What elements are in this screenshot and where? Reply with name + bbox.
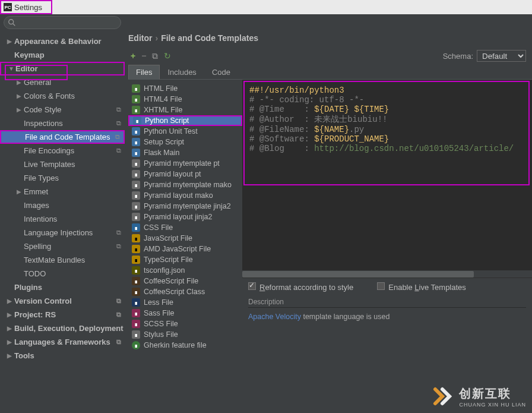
tree-item-label: Editor [15, 64, 38, 73]
refresh-button[interactable]: ↻ [164, 51, 171, 61]
template-item-xhtml-file[interactable]: ∎XHTML File [128, 105, 242, 115]
copy-template-button[interactable]: ⧉ [152, 51, 158, 61]
file-type-icon: ∎ [132, 202, 140, 210]
template-item-pyramid-layout-jinja2[interactable]: ∎Pyramid layout jinja2 [128, 212, 242, 222]
tab-includes[interactable]: Includes [160, 65, 204, 79]
expand-arrow-icon: ▶ [7, 38, 14, 45]
tree-item-label: Languages & Frameworks [14, 338, 110, 346]
expand-arrow-icon: ▶ [7, 352, 14, 359]
tree-item-label: Code Style [24, 105, 62, 114]
tab-code[interactable]: Code [204, 65, 238, 79]
file-type-icon: ∎ [132, 298, 140, 307]
template-item-stylus-file[interactable]: ∎Stylus File [128, 329, 242, 340]
template-item-sass-file[interactable]: ∎Sass File [128, 308, 242, 319]
template-code-editor[interactable]: ##!/usr/bin/python3 # -*- coding: utf-8 … [242, 80, 532, 270]
tree-item-appearance-behavior[interactable]: ▶Appearance & Behavior [0, 34, 125, 48]
file-type-icon: ∎ [132, 288, 140, 296]
enable-live-templates-checkbox[interactable]: Enable Live Templates [377, 282, 466, 292]
template-tabs: FilesIncludesCode [128, 64, 532, 80]
template-item-amd-javascript-file[interactable]: ∎AMD JavaScript File [128, 244, 242, 254]
template-item-coffeescript-class[interactable]: ∎CoffeeScript Class [128, 286, 242, 297]
template-item-css-file[interactable]: ∎CSS File [128, 222, 242, 233]
template-item-javascript-file[interactable]: ∎JavaScript File [128, 233, 242, 244]
settings-tree[interactable]: ▶Appearance & BehaviorKeymap▼Editor▶Gene… [0, 32, 125, 413]
horizontal-scrollbar[interactable] [242, 270, 532, 278]
tree-item-editor[interactable]: ▼Editor [0, 62, 125, 75]
tree-item-intentions[interactable]: Intentions [0, 212, 125, 226]
tree-item-textmate-bundles[interactable]: TextMate Bundles [0, 253, 125, 267]
template-item-label: Pyramid mytemplate pt [144, 159, 220, 168]
template-item-python-script[interactable]: ∎Python Script [128, 115, 242, 126]
file-type-icon: ∎ [132, 330, 140, 339]
tree-item-colors-fonts[interactable]: ▶Colors & Fonts [0, 89, 125, 103]
tree-item-build-execution-deployment[interactable]: ▶Build, Execution, Deployment [0, 321, 125, 335]
tab-files[interactable]: Files [128, 65, 160, 80]
file-type-icon: ∎ [132, 266, 140, 275]
tree-item-label: General [24, 78, 51, 87]
template-item-label: Gherkin feature file [144, 341, 207, 349]
search-input[interactable] [4, 16, 121, 29]
template-item-pyramid-mytemplate-pt[interactable]: ∎Pyramid mytemplate pt [128, 158, 242, 169]
schema-select[interactable]: Default [477, 50, 526, 62]
tree-item-plugins[interactable]: Plugins [0, 280, 125, 294]
scope-icon: ⧉ [116, 119, 121, 127]
tree-item-file-types[interactable]: File Types [0, 171, 125, 185]
template-item-label: HTML4 File [144, 95, 182, 103]
expand-arrow-icon: ▶ [7, 325, 14, 332]
tree-item-label: Plugins [14, 283, 42, 292]
tree-item-spelling[interactable]: Spelling⧉ [0, 239, 125, 253]
template-item-scss-file[interactable]: ∎SCSS File [128, 319, 242, 329]
template-item-html-file[interactable]: ∎HTML File [128, 83, 242, 94]
template-item-tsconfig-json[interactable]: ∎tsconfig.json [128, 265, 242, 276]
tree-item-language-injections[interactable]: Language Injections⧉ [0, 226, 125, 239]
tree-item-emmet[interactable]: ▶Emmet [0, 185, 125, 198]
expand-arrow-icon: ▶ [17, 79, 24, 86]
add-template-button[interactable]: + [131, 51, 135, 61]
template-item-typescript-file[interactable]: ∎TypeScript File [128, 254, 242, 265]
tree-item-general[interactable]: ▶General [0, 75, 125, 89]
tree-item-todo[interactable]: TODO [0, 267, 125, 280]
file-type-icon: ∎ [132, 191, 140, 200]
file-type-icon: ∎ [132, 234, 140, 242]
template-item-html4-file[interactable]: ∎HTML4 File [128, 94, 242, 105]
template-item-gherkin-feature-file[interactable]: ∎Gherkin feature file [128, 340, 242, 351]
template-item-python-unit-test[interactable]: ∎Python Unit Test [128, 126, 242, 137]
tree-item-live-templates[interactable]: Live Templates [0, 157, 125, 171]
tree-item-label: Project: RS [14, 310, 56, 319]
tree-item-languages-frameworks[interactable]: ▶Languages & Frameworks⧉ [0, 335, 125, 349]
template-item-label: Sass File [144, 309, 174, 317]
app-icon: PC [4, 3, 12, 11]
tree-item-version-control[interactable]: ▶Version Control⧉ [0, 294, 125, 308]
tree-item-tools[interactable]: ▶Tools [0, 349, 125, 362]
template-item-pyramid-layout-mako[interactable]: ∎Pyramid layout mako [128, 190, 242, 201]
template-item-pyramid-layout-pt[interactable]: ∎Pyramid layout pt [128, 169, 242, 179]
tree-item-label: File and Code Templates [25, 133, 110, 141]
tree-item-label: TextMate Bundles [24, 256, 85, 264]
tree-item-file-encodings[interactable]: File Encodings⧉ [0, 144, 125, 157]
chevron-right-icon: › [155, 33, 158, 43]
template-item-pyramid-mytemplate-jinja2[interactable]: ∎Pyramid mytemplate jinja2 [128, 201, 242, 212]
template-item-setup-script[interactable]: ∎Setup Script [128, 137, 242, 147]
template-item-label: Python Unit Test [144, 127, 198, 135]
watermark-logo-icon [430, 384, 454, 408]
tree-item-file-and-code-templates[interactable]: File and Code Templates⧉ [0, 130, 125, 144]
template-item-less-file[interactable]: ∎Less File [128, 297, 242, 308]
template-file-list[interactable]: ∎HTML File∎HTML4 File∎XHTML File∎Python … [128, 80, 242, 413]
template-item-label: HTML File [144, 84, 178, 93]
template-item-label: TypeScript File [144, 256, 193, 264]
template-item-label: Less File [144, 298, 173, 307]
file-type-icon: ∎ [132, 149, 140, 157]
reformat-checkbox[interactable]: Reformat according to style [248, 282, 353, 292]
template-item-pyramid-mytemplate-mako[interactable]: ∎Pyramid mytemplate mako [128, 179, 242, 190]
remove-template-button[interactable]: − [141, 51, 146, 61]
svg-point-0 [9, 20, 14, 24]
apache-velocity-link[interactable]: Apache Velocity [248, 313, 301, 321]
tree-item-inspections[interactable]: Inspections⧉ [0, 116, 125, 130]
tree-item-keymap[interactable]: Keymap [0, 48, 125, 62]
tree-item-code-style[interactable]: ▶Code Style⧉ [0, 103, 125, 116]
template-item-flask-main[interactable]: ∎Flask Main [128, 147, 242, 158]
tree-item-project-rs[interactable]: ▶Project: RS⧉ [0, 308, 125, 321]
template-item-coffeescript-file[interactable]: ∎CoffeeScript File [128, 276, 242, 286]
tree-item-images[interactable]: Images [0, 198, 125, 212]
breadcrumb-parent[interactable]: Editor [128, 33, 152, 43]
